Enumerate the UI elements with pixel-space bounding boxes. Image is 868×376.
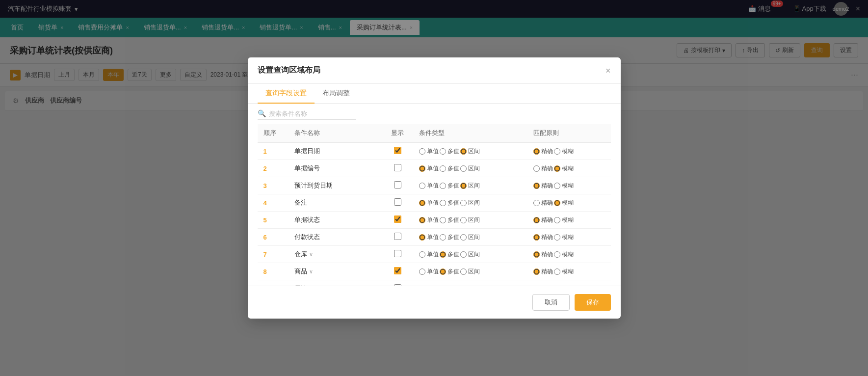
radio-row-6-区间[interactable] (460, 234, 467, 241)
radio-row-6-多值[interactable] (440, 234, 446, 241)
radio-match-row-4-精确[interactable] (533, 200, 540, 206)
row-5-match-模糊[interactable]: 模糊 (554, 216, 574, 224)
row-6-type-多值[interactable]: 多值 (440, 233, 459, 242)
radio-row-2-多值[interactable] (440, 165, 446, 172)
row-4-match-模糊[interactable]: 模糊 (554, 199, 574, 207)
row-3-match-模糊[interactable]: 模糊 (554, 182, 574, 190)
radio-row-2-区间[interactable] (460, 165, 467, 172)
radio-row-1-多值[interactable] (440, 148, 446, 155)
radio-match-row-1-模糊[interactable] (554, 148, 560, 155)
radio-match-row-5-模糊[interactable] (554, 217, 560, 223)
checkbox-row-5[interactable] (394, 215, 401, 223)
radio-match-row-6-模糊[interactable] (554, 234, 560, 241)
row-9-display[interactable] (382, 280, 414, 286)
row-1-type-多值[interactable]: 多值 (440, 147, 459, 156)
row-8-type-区间[interactable]: 区间 (460, 268, 480, 276)
row-4-match[interactable]: 精确模糊 (527, 194, 610, 212)
row-2-display[interactable] (382, 160, 414, 177)
row-1-match[interactable]: 精确模糊 (527, 143, 610, 160)
radio-match-row-8-模糊[interactable] (554, 269, 560, 275)
save-btn[interactable]: 保存 (575, 294, 611, 311)
modal-tab-layout[interactable]: 布局调整 (315, 84, 358, 104)
radio-match-row-6-精确[interactable] (533, 234, 540, 241)
row-8-match[interactable]: 精确模糊 (527, 263, 610, 280)
row-7-type-单值[interactable]: 单值 (419, 250, 439, 259)
row-4-type-多值[interactable]: 多值 (440, 199, 459, 207)
row-1-display[interactable] (382, 143, 414, 160)
radio-row-1-区间[interactable] (460, 148, 467, 155)
row-5-match[interactable]: 精确模糊 (527, 212, 610, 229)
row-5-type-多值[interactable]: 多值 (440, 216, 459, 224)
row-7-type[interactable]: 单值多值区间 (413, 246, 527, 263)
row-2-type-单值[interactable]: 单值 (419, 164, 439, 173)
checkbox-row-4[interactable] (394, 198, 401, 206)
radio-row-7-单值[interactable] (419, 251, 425, 258)
row-6-type-区间[interactable]: 区间 (460, 233, 480, 242)
row-3-display[interactable] (382, 177, 414, 194)
row-3-match[interactable]: 精确模糊 (527, 177, 610, 194)
row-3-type-区间[interactable]: 区间 (460, 182, 480, 190)
row-8-display[interactable] (382, 263, 414, 280)
checkbox-row-6[interactable] (394, 233, 401, 240)
row-8-match-模糊[interactable]: 模糊 (554, 268, 574, 276)
row-2-match-模糊[interactable]: 模糊 (554, 164, 574, 173)
row-8-type[interactable]: 单值多值区间 (413, 263, 527, 280)
row-6-match-模糊[interactable]: 模糊 (554, 233, 574, 242)
row-7-display[interactable] (382, 246, 414, 263)
radio-row-8-多值[interactable] (440, 269, 446, 275)
row-1-type-区间[interactable]: 区间 (460, 147, 480, 156)
row-4-display[interactable] (382, 194, 414, 212)
radio-row-4-区间[interactable] (460, 200, 467, 206)
radio-match-row-4-模糊[interactable] (554, 200, 560, 206)
row-5-display[interactable] (382, 212, 414, 229)
row-2-type[interactable]: 单值多值区间 (413, 160, 527, 177)
row-6-match-精确[interactable]: 精确 (533, 233, 553, 242)
row-2-type-区间[interactable]: 区间 (460, 164, 480, 173)
radio-row-4-单值[interactable] (419, 200, 425, 206)
row-7-match-精确[interactable]: 精确 (533, 250, 553, 259)
row-3-type-单值[interactable]: 单值 (419, 182, 439, 190)
row-7-match-模糊[interactable]: 模糊 (554, 250, 574, 259)
row-3-type-多值[interactable]: 多值 (440, 182, 459, 190)
checkbox-row-3[interactable] (394, 181, 401, 188)
radio-match-row-2-精确[interactable] (533, 165, 540, 172)
row-7-type-区间[interactable]: 区间 (460, 250, 480, 259)
row-5-match-精确[interactable]: 精确 (533, 216, 553, 224)
row-8-type-多值[interactable]: 多值 (440, 268, 459, 276)
row-1-match-精确[interactable]: 精确 (533, 147, 553, 156)
radio-match-row-2-模糊[interactable] (554, 165, 560, 172)
radio-row-7-区间[interactable] (460, 251, 467, 258)
row-8-type-单值[interactable]: 单值 (419, 268, 439, 276)
row-4-type-单值[interactable]: 单值 (419, 199, 439, 207)
row-4-type[interactable]: 单值多值区间 (413, 194, 527, 212)
row-8-match-精确[interactable]: 精确 (533, 268, 553, 276)
row-6-match[interactable]: 精确模糊 (527, 229, 610, 246)
radio-row-5-区间[interactable] (460, 217, 467, 223)
row-6-type-单值[interactable]: 单值 (419, 233, 439, 242)
modal-close-btn[interactable]: × (605, 66, 611, 75)
radio-match-row-7-精确[interactable] (533, 251, 540, 258)
row-5-type[interactable]: 单值多值区间 (413, 212, 527, 229)
radio-row-5-多值[interactable] (440, 217, 446, 223)
row-5-type-单值[interactable]: 单值 (419, 216, 439, 224)
radio-row-3-单值[interactable] (419, 183, 425, 189)
row-1-type-单值[interactable]: 单值 (419, 147, 439, 156)
row-5-type-区间[interactable]: 区间 (460, 216, 480, 224)
radio-match-row-7-模糊[interactable] (554, 251, 560, 258)
row-3-match-精确[interactable]: 精确 (533, 182, 553, 190)
radio-row-8-单值[interactable] (419, 269, 425, 275)
radio-match-row-3-精确[interactable] (533, 183, 540, 189)
radio-row-3-多值[interactable] (440, 183, 446, 189)
row-9-match[interactable]: 精确模糊 (527, 280, 610, 286)
radio-row-2-单值[interactable] (419, 165, 425, 172)
checkbox-row-7[interactable] (394, 250, 401, 257)
modal-tab-query-fields[interactable]: 查询字段设置 (258, 84, 315, 104)
row-3-type[interactable]: 单值多值区间 (413, 177, 527, 194)
radio-row-3-区间[interactable] (460, 183, 467, 189)
row-1-match-模糊[interactable]: 模糊 (554, 147, 574, 156)
radio-row-6-单值[interactable] (419, 234, 425, 241)
row-6-display[interactable] (382, 229, 414, 246)
radio-row-5-单值[interactable] (419, 217, 425, 223)
row-7-type-多值[interactable]: 多值 (440, 250, 459, 259)
row-4-match-精确[interactable]: 精确 (533, 199, 553, 207)
